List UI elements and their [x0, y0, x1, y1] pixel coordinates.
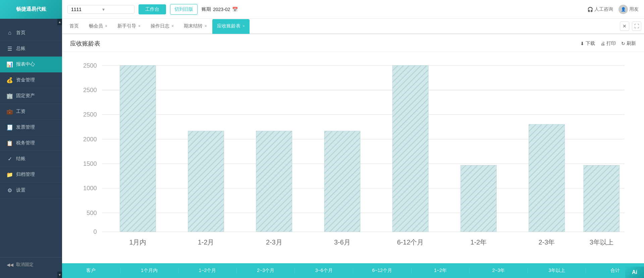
- sidebar-item-close[interactable]: ✓ 结账: [0, 151, 62, 167]
- avatar: 👤: [619, 5, 628, 14]
- dropdown-icon: ▾: [102, 7, 131, 12]
- sidebar-label-settings: 设置: [16, 187, 25, 193]
- tab-membership-close[interactable]: ×: [105, 24, 107, 28]
- tab-log-close[interactable]: ×: [171, 24, 174, 28]
- svg-rect-20: [188, 131, 224, 232]
- workbench-button[interactable]: 工作台: [139, 4, 166, 14]
- consult-button[interactable]: 🎧 人工咨询: [587, 6, 613, 12]
- tab-controls: ✕ ⛶: [620, 21, 641, 31]
- user-name: 用友: [629, 6, 639, 12]
- invoice-icon: 🧾: [7, 124, 13, 130]
- tab-ar-aging[interactable]: 应收账龄表 ×: [212, 19, 250, 34]
- reports-icon: 📊: [7, 61, 13, 67]
- tab-home[interactable]: 首页: [65, 19, 84, 34]
- table-header-row: 客户 1个月内 1~2个月 2~3个月 3~6个月 6~12个月 1~2年 2~…: [62, 263, 644, 278]
- header-right: 🎧 人工咨询 👤 用友: [587, 5, 639, 14]
- period-area: 账期 2023-02 📅: [202, 6, 238, 12]
- svg-text:1500: 1500: [83, 160, 97, 167]
- tab-log[interactable]: 操作日志 ×: [146, 19, 178, 34]
- download-button[interactable]: ⬇ 下载: [580, 41, 595, 47]
- close-books-icon: ✓: [7, 156, 13, 162]
- page-actions: ⬇ 下载 🖨 打印 ↻ 刷新: [580, 41, 636, 47]
- logo-area: 畅捷通易代账: [0, 0, 62, 19]
- th-customer: 客户: [62, 268, 120, 274]
- print-button[interactable]: 🖨 打印: [600, 41, 616, 47]
- sidebar-label-tax: 税务管理: [16, 140, 35, 146]
- sidebar-label-archive: 归档管理: [16, 171, 35, 178]
- print-label: 打印: [606, 41, 616, 47]
- sidebar-item-payroll[interactable]: 💼 工资: [0, 104, 62, 120]
- svg-text:1000: 1000: [83, 185, 97, 192]
- bar-chart: 2500 2500 2500 2000 1500 1000 500 0: [70, 55, 636, 260]
- sidebar-item-assets[interactable]: 🏢 固定资产: [0, 88, 62, 104]
- svg-text:2500: 2500: [83, 111, 97, 118]
- svg-rect-22: [256, 131, 292, 232]
- assets-icon: 🏢: [7, 93, 13, 99]
- tab-period-close[interactable]: 期末结转 ×: [179, 19, 212, 34]
- th-3year-plus: 3年以上: [528, 268, 586, 274]
- user-area[interactable]: 👤 用友: [619, 5, 639, 14]
- svg-text:500: 500: [87, 209, 97, 216]
- tab-guide[interactable]: 新手引导 ×: [113, 19, 145, 34]
- tab-membership[interactable]: 畅会员 ×: [84, 19, 112, 34]
- svg-text:0: 0: [94, 228, 97, 235]
- calendar-icon[interactable]: 📅: [232, 7, 238, 12]
- sidebar-item-home[interactable]: ⌂ 首页: [0, 25, 62, 41]
- svg-rect-24: [324, 131, 360, 232]
- payroll-icon: 💼: [7, 109, 13, 115]
- tab-bar: 首页 畅会员 × 新手引导 × 操作日志 × 期末结转 × 应收账龄表 ×: [62, 19, 644, 34]
- sidebar-item-invoice[interactable]: 🧾 发票管理: [0, 120, 62, 135]
- cancel-fixed-label: 取消固定: [16, 262, 34, 268]
- tab-ar-aging-close[interactable]: ×: [243, 24, 245, 28]
- tab-ar-aging-label: 应收账龄表: [217, 23, 240, 29]
- th-1-2month: 1~2个月: [178, 268, 237, 274]
- svg-text:2-3月: 2-3月: [266, 238, 282, 246]
- th-6-12month: 6~12个月: [353, 268, 412, 274]
- tab-membership-label: 畅会员: [89, 23, 103, 29]
- tax-icon: 📋: [7, 140, 13, 146]
- chart-area: 2500 2500 2500 2000 1500 1000 500 0: [62, 52, 644, 263]
- tab-guide-close[interactable]: ×: [138, 24, 141, 28]
- tab-period-close-btn[interactable]: ×: [205, 24, 207, 28]
- sidebar-item-funds[interactable]: 💰 资金管理: [0, 72, 62, 88]
- refresh-icon: ↻: [621, 41, 625, 46]
- logo-text: 畅捷通易代账: [16, 6, 46, 12]
- sidebar-item-ledger[interactable]: ☰ 总账: [0, 41, 62, 57]
- th-2-3year: 2~3年: [470, 268, 528, 274]
- sidebar-item-settings[interactable]: ⚙ 设置: [0, 183, 62, 198]
- sidebar-label-close: 结账: [16, 156, 25, 162]
- svg-text:6-12个月: 6-12个月: [397, 238, 424, 246]
- sidebar-scroll-up[interactable]: ▲: [57, 19, 62, 25]
- refresh-button[interactable]: ↻ 刷新: [621, 41, 636, 47]
- download-icon: ⬇: [580, 41, 584, 46]
- cancel-fixed-button[interactable]: ◀◀ 取消固定: [0, 257, 62, 272]
- sidebar-item-archive[interactable]: 📁 归档管理: [0, 167, 62, 183]
- svg-text:3-6月: 3-6月: [334, 238, 351, 246]
- period-value: 2023-02: [213, 7, 230, 12]
- ai-badge-text: Ai: [632, 269, 637, 275]
- tab-home-label: 首页: [69, 23, 79, 29]
- ledger-icon: ☰: [7, 46, 13, 52]
- tab-close-button[interactable]: ✕: [620, 21, 629, 31]
- svg-rect-18: [120, 66, 156, 232]
- top-header: 畅捷通易代账 1111 ▾ 工作台 切到旧版 账期 2023-02 📅 🎧 人工…: [0, 0, 644, 19]
- svg-rect-30: [529, 124, 565, 232]
- sidebar-label-ledger: 总账: [16, 46, 25, 52]
- company-name: 1111: [71, 7, 100, 12]
- svg-text:2500: 2500: [83, 86, 97, 93]
- ai-badge[interactable]: Ai: [625, 267, 644, 278]
- settings-icon: ⚙: [7, 187, 13, 193]
- svg-text:2500: 2500: [83, 62, 97, 69]
- sidebar-label-invoice: 发票管理: [16, 124, 35, 130]
- tab-period-close-label: 期末结转: [184, 23, 203, 29]
- switch-version-button[interactable]: 切到旧版: [170, 4, 198, 15]
- download-label: 下载: [586, 41, 595, 47]
- tab-expand-button[interactable]: ⛶: [632, 21, 641, 31]
- company-selector[interactable]: 1111 ▾: [67, 5, 135, 14]
- sidebar: ▲ ⌂ 首页 ☰ 总账 📊 报表中心 💰 资金管理 🏢 固定资产 💼 工资 🧾 …: [0, 19, 62, 278]
- sidebar-scroll-down[interactable]: ▼: [57, 272, 62, 278]
- archive-icon: 📁: [7, 171, 13, 178]
- sidebar-item-reports[interactable]: 📊 报表中心: [0, 57, 62, 72]
- sidebar-label-payroll: 工资: [16, 109, 25, 115]
- sidebar-item-tax[interactable]: 📋 税务管理: [0, 135, 62, 151]
